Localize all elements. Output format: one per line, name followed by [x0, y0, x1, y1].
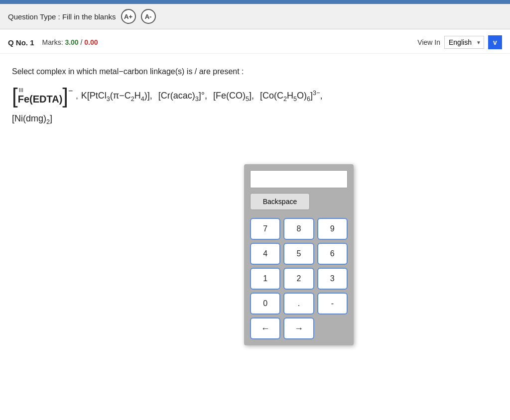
- marks-total: 0.00: [84, 38, 98, 46]
- roman-iii: III: [19, 88, 23, 93]
- font-increase-button[interactable]: A+: [121, 9, 136, 24]
- backspace-button[interactable]: Backspace: [250, 193, 310, 210]
- numpad-5[interactable]: 5: [283, 243, 314, 265]
- view-in-area: View In English v: [417, 35, 502, 49]
- numpad-dot[interactable]: .: [283, 293, 314, 315]
- k-ptcl3: K[PtCl3(π−C2H4)],: [81, 88, 152, 105]
- bracket-left-1: [: [12, 86, 18, 106]
- collapse-button[interactable]: v: [488, 35, 502, 49]
- charge-minus-1: −: [68, 84, 73, 99]
- numpad-2[interactable]: 2: [283, 268, 314, 290]
- numpad-display[interactable]: [250, 170, 348, 188]
- top-bar: [0, 0, 510, 4]
- bracket-right-1: ]: [62, 86, 68, 106]
- right-arrow-button[interactable]: →: [283, 317, 314, 339]
- question-type-label: Question Type : Fill in the blanks: [8, 12, 116, 21]
- marks-display: Marks: 3.00 / 0.00: [42, 38, 98, 46]
- view-in-label: View In: [417, 38, 440, 46]
- language-dropdown-wrapper[interactable]: English: [444, 36, 484, 49]
- language-select[interactable]: English: [444, 36, 484, 49]
- numpad-9[interactable]: 9: [317, 218, 348, 240]
- second-line: [Ni(dmg)2]: [12, 110, 498, 127]
- numpad-0[interactable]: 0: [250, 293, 280, 315]
- question-header: Q No. 1 Marks: 3.00 / 0.00 View In Engli…: [0, 29, 510, 54]
- fe-edta-name: Fe(EDTA): [18, 93, 63, 105]
- numpad-nav: ← →: [250, 317, 348, 339]
- comma-1: ,: [76, 89, 78, 104]
- question-type-bar: Question Type : Fill in the blanks A+ A-: [0, 4, 510, 29]
- marks-earned: 3.00: [65, 38, 78, 46]
- numpad-6[interactable]: 6: [317, 243, 348, 265]
- numpad-1[interactable]: 1: [250, 268, 280, 290]
- nav-spacer: [317, 317, 348, 339]
- question-body: Select complex in which metal−carbon lin…: [0, 54, 510, 145]
- font-decrease-button[interactable]: A-: [141, 9, 156, 24]
- numpad-overlay: Backspace 7 8 9 4 5 6 1 2 3 0 . - ← →: [244, 164, 354, 345]
- fe-co5: [Fe(CO)5],: [213, 88, 254, 105]
- numpad-minus[interactable]: -: [317, 293, 348, 315]
- chemistry-content: [ III Fe(EDTA) ] − , K[PtCl3(π−C2H4)], […: [12, 86, 498, 127]
- fe-edta-inner: III Fe(EDTA): [18, 88, 63, 105]
- numpad-grid: 7 8 9 4 5 6 1 2 3 0 . -: [250, 218, 348, 315]
- numpad-7[interactable]: 7: [250, 218, 280, 240]
- numpad-4[interactable]: 4: [250, 243, 280, 265]
- question-number: Q No. 1: [8, 38, 34, 47]
- numpad-8[interactable]: 8: [283, 218, 314, 240]
- ni-dmg2: [Ni(dmg)2]: [12, 113, 52, 123]
- co-c2h5o6: [Co(C2H5O)6]3−,: [260, 88, 322, 105]
- numpad-3[interactable]: 3: [317, 268, 348, 290]
- cr-acac: [Cr(acac)3]°,: [158, 88, 207, 105]
- left-arrow-button[interactable]: ←: [250, 317, 280, 339]
- marks-separator: /: [81, 38, 83, 46]
- question-text: Select complex in which metal−carbon lin…: [12, 66, 498, 78]
- marks-label: Marks:: [42, 38, 63, 46]
